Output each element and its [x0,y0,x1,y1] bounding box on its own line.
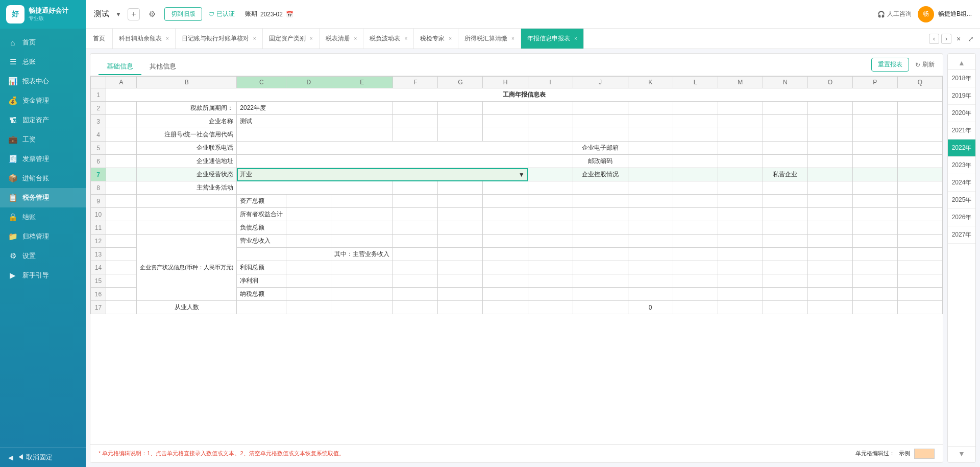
cell-14f[interactable] [393,261,438,274]
cell-6m[interactable] [718,155,763,168]
cell-15n[interactable] [763,274,807,288]
cell-9p[interactable] [852,195,897,208]
cell-10f[interactable] [393,208,438,221]
cell-5j[interactable]: 企业电子邮箱 [573,142,628,155]
tab-taxcheck-close[interactable]: × [449,36,452,41]
cell-11g[interactable] [438,221,483,235]
cell-12q[interactable] [897,235,942,248]
cell-8f[interactable] [393,181,438,195]
cell-11h[interactable] [483,221,528,235]
cell-5o[interactable] [807,142,852,155]
cell-2b[interactable]: 税款所属期间： [137,102,237,115]
cell-5i[interactable] [528,142,573,155]
cell-4n[interactable] [763,128,807,142]
cell-9q[interactable] [897,195,942,208]
cell-6k[interactable] [628,155,673,168]
cell-13a[interactable] [106,248,137,261]
col-header-p[interactable]: P [852,77,897,88]
cell-14l[interactable] [673,261,718,274]
cell-16m[interactable] [718,288,763,301]
cell-17j[interactable] [573,301,628,314]
col-header-q[interactable]: Q [897,77,942,88]
cell-7p[interactable] [852,168,897,181]
col-header-i[interactable]: I [528,77,573,88]
cell-10l[interactable] [673,208,718,221]
cell-7l[interactable] [673,168,718,181]
year-item-2022[interactable]: 2022年 [948,139,975,157]
cell-11j[interactable] [573,221,628,235]
cell-14c[interactable]: 利润总额 [237,261,286,274]
year-item-2025[interactable]: 2025年 [948,192,975,209]
cell-3h[interactable] [483,115,528,128]
cell-3b[interactable]: 企业名称 [137,115,237,128]
col-header-j[interactable]: J [573,77,628,88]
cell-11l[interactable] [673,221,718,235]
col-header-c[interactable]: C [237,77,286,88]
cell-7a[interactable] [106,168,137,181]
cell-2c[interactable]: 2022年度 [237,102,393,115]
tab-journal[interactable]: 日记账与银行对账单核对 × [176,29,263,49]
cell-17k[interactable]: 0 [628,301,673,314]
cell-14e[interactable] [331,261,393,274]
cell-11d[interactable] [286,221,331,235]
reset-button[interactable]: 重置报表 [871,58,909,72]
cell-16h[interactable] [483,288,528,301]
col-header-l[interactable]: L [673,77,718,88]
cell-12a[interactable] [106,235,137,248]
cell-14g[interactable] [438,261,483,274]
col-header-h[interactable]: H [483,77,528,88]
cell-2h[interactable] [483,102,528,115]
cell-8m[interactable] [718,181,763,195]
cell-11q[interactable] [897,221,942,235]
sidebar-item-fund[interactable]: 💰 资金管理 [0,91,86,110]
cell-11c[interactable]: 负债总额 [237,221,286,235]
cell-13l[interactable] [673,248,718,261]
cell-3l[interactable] [673,115,718,128]
cell-8p[interactable] [852,181,897,195]
cell-16c[interactable]: 纳税总额 [237,288,286,301]
cell-12b-merged[interactable]: 企业资产状况信息(币种：人民币万元) [137,235,237,301]
calendar-icon[interactable]: 📅 [286,11,293,18]
cell-9k[interactable] [628,195,673,208]
cell-13f[interactable] [393,248,438,261]
cell-11i[interactable] [528,221,573,235]
sidebar-item-archive[interactable]: 📁 归档管理 [0,227,86,246]
tab-taxcheck[interactable]: 税检专家 × [414,29,458,49]
cell-8c[interactable] [237,181,393,195]
cell-13j[interactable] [573,248,628,261]
tab-aux-close[interactable]: × [166,36,169,41]
cell-6l[interactable] [673,155,718,168]
cell-13n[interactable] [763,248,807,261]
cell-6b[interactable]: 企业通信地址 [137,155,237,168]
cell-17e[interactable] [331,301,393,314]
tab-fixedasset[interactable]: 固定资产类别 × [263,29,320,49]
cell-2m[interactable] [718,102,763,115]
cell-17c[interactable] [237,301,286,314]
year-scroll-down-button[interactable]: ▼ [948,446,975,460]
cell-2f[interactable] [393,102,438,115]
col-header-m[interactable]: M [718,77,763,88]
cell-10e[interactable] [331,208,393,221]
cell-17d[interactable] [286,301,331,314]
tab-taxwave-close[interactable]: × [404,36,407,41]
cell-17o[interactable] [807,301,852,314]
cell-3i[interactable] [528,115,573,128]
cell-2o[interactable] [807,102,852,115]
cell-3q[interactable] [897,115,942,128]
cell-12f[interactable] [393,235,438,248]
cell-2i[interactable] [528,102,573,115]
cell-4l[interactable] [673,128,718,142]
cell-4m[interactable] [718,128,763,142]
col-header-g[interactable]: G [438,77,483,88]
cell-5c[interactable] [237,142,528,155]
cell-17q[interactable] [897,301,942,314]
cell-3k[interactable] [628,115,673,128]
cell-2l[interactable] [673,102,718,115]
cell-9f[interactable] [393,195,438,208]
cell-12p[interactable] [852,235,897,248]
cell-6i[interactable] [528,155,573,168]
tab-annual-close[interactable]: × [574,36,577,41]
cell-4i[interactable] [528,128,573,142]
cell-4c[interactable] [237,128,393,142]
cell-12o[interactable] [807,235,852,248]
